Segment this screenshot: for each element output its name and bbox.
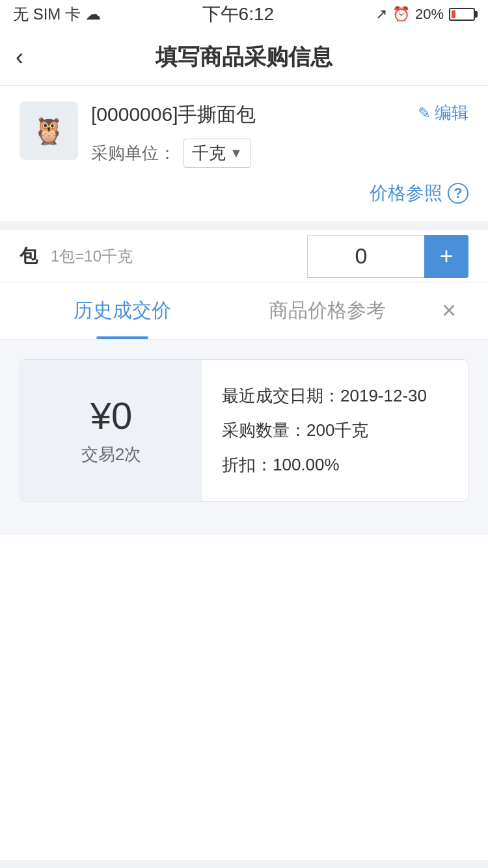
product-thumb-icon: 🦉: [33, 116, 65, 146]
tab-indicator: [96, 336, 148, 339]
discount-value: 100.00%: [273, 455, 340, 474]
bottom-space: [0, 535, 488, 860]
status-bar: 无 SIM 卡 ☁ 下午6:12 ↗ ⏰ 20%: [0, 0, 488, 29]
close-icon: ×: [442, 297, 456, 325]
sim-label: 无 SIM 卡 ☁: [13, 4, 101, 25]
price-ref-label: 价格参照: [370, 181, 442, 206]
transaction-left: ¥0 交易2次: [20, 360, 202, 501]
section-divider: [0, 223, 488, 230]
discount-label: 折扣：: [222, 455, 273, 474]
edit-icon: ✎: [418, 104, 431, 122]
tab-history-price-label: 历史成交价: [74, 297, 171, 324]
unit-select-arrow-icon: ▼: [230, 146, 243, 161]
tabs-section: 历史成交价 商品价格参考 ×: [0, 282, 488, 340]
content-area: ¥0 交易2次 最近成交日期：2019-12-30 采购数量：200千克 折扣：…: [0, 340, 488, 535]
tab-close-button[interactable]: ×: [429, 292, 468, 331]
recent-date-row: 最近成交日期：2019-12-30: [222, 383, 448, 409]
unit-value: 千克: [192, 142, 226, 165]
price-value: 0: [111, 394, 132, 437]
battery-percent: 20%: [415, 6, 444, 23]
product-unit-row: 采购单位： 千克 ▼: [91, 139, 418, 168]
battery-icon: [449, 8, 475, 21]
edit-button[interactable]: ✎ 编辑: [418, 102, 468, 124]
transaction-count: 交易2次: [81, 443, 141, 466]
page-title: 填写商品采购信息: [156, 42, 332, 72]
nav-bar: ‹ 填写商品采购信息: [0, 29, 488, 86]
quantity-input[interactable]: [307, 235, 424, 278]
quantity-bag-sub: 1包=10千克: [51, 246, 133, 267]
status-time: 下午6:12: [202, 2, 275, 27]
product-thumbnail: 🦉: [20, 102, 78, 160]
purchase-qty-label: 采购数量：: [222, 420, 306, 440]
back-button[interactable]: ‹: [16, 44, 23, 71]
product-info: [0000006]手撕面包 采购单位： 千克 ▼: [91, 102, 418, 168]
discount-row: 折扣：100.00%: [222, 452, 448, 478]
price-reference-button[interactable]: 价格参照 ?: [370, 181, 468, 206]
price-ref-icon: ?: [448, 183, 468, 204]
purchase-qty-row: 采购数量：200千克: [222, 418, 448, 443]
recent-date-value: 2019-12-30: [340, 386, 427, 405]
product-section: 🦉 [0000006]手撕面包 采购单位： 千克 ▼ ✎ 编辑: [0, 86, 488, 221]
transaction-card: ¥0 交易2次 最近成交日期：2019-12-30 采购数量：200千克 折扣：…: [20, 359, 468, 502]
purchase-qty-value: 200千克: [306, 420, 368, 440]
quantity-section: 包 1包=10千克 +: [0, 230, 488, 282]
product-name: [0000006]手撕面包: [91, 102, 418, 128]
transaction-right: 最近成交日期：2019-12-30 采购数量：200千克 折扣：100.00%: [202, 360, 468, 501]
status-right: ↗ ⏰ 20%: [375, 6, 475, 23]
back-icon: ‹: [16, 44, 23, 70]
location-icon: ↗: [375, 6, 387, 23]
quantity-bag-label: 包: [20, 244, 38, 269]
product-header: 🦉 [0000006]手撕面包 采购单位： 千克 ▼ ✎ 编辑: [20, 102, 468, 168]
battery-fill: [452, 10, 455, 18]
recent-date-label: 最近成交日期：: [222, 386, 340, 405]
unit-select[interactable]: 千克 ▼: [183, 139, 251, 168]
quantity-input-wrap: +: [307, 235, 468, 278]
tab-product-price-ref[interactable]: 商品价格参考: [224, 282, 429, 339]
tab-history-price[interactable]: 历史成交价: [20, 282, 224, 339]
transaction-price: ¥0: [90, 395, 133, 437]
price-symbol: ¥: [90, 394, 111, 437]
status-left: 无 SIM 卡 ☁: [13, 4, 101, 25]
tab-product-price-ref-label: 商品价格参考: [269, 297, 386, 324]
quantity-plus-button[interactable]: +: [424, 235, 468, 278]
alarm-icon: ⏰: [392, 6, 410, 23]
unit-label: 采购单位：: [91, 142, 176, 165]
product-left: 🦉 [0000006]手撕面包 采购单位： 千克 ▼: [20, 102, 418, 168]
product-second-row: 价格参照 ?: [20, 181, 468, 206]
